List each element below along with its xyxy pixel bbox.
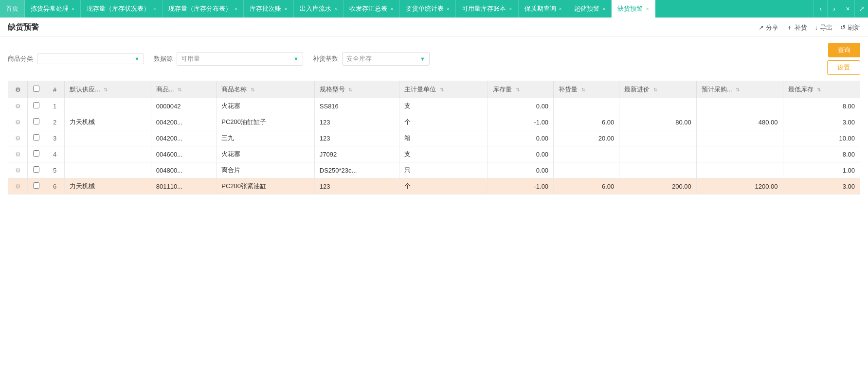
category-select[interactable]: ▼ xyxy=(37,53,144,64)
row-gear-cell[interactable]: ⚙ xyxy=(8,146,28,162)
row-checkbox[interactable] xyxy=(33,166,39,173)
row-spec: J7092 xyxy=(314,146,399,162)
col-header-stock[interactable]: 库存量 ⇅ xyxy=(488,81,553,98)
datasource-select[interactable]: 可用量 ▼ xyxy=(177,52,303,66)
page-header: 缺货预警 ↗ 分享 ＋ 补货 ↓ 导出 ↺ 刷新 xyxy=(0,18,868,37)
row-gear-cell[interactable]: ⚙ xyxy=(8,114,28,130)
row-checkbox-cell[interactable] xyxy=(28,178,45,194)
tab-inventory-status[interactable]: 现存量（库存状况表） × xyxy=(81,0,162,18)
close-tab-inventory-dist[interactable]: × xyxy=(235,6,237,12)
tab-shortage[interactable]: 缺货预警 × xyxy=(612,0,655,18)
row-est-purchase xyxy=(696,98,783,114)
row-stock: -1.00 xyxy=(488,114,553,130)
tab-prev-button[interactable]: ‹ xyxy=(814,0,827,18)
close-tab-receipt-summary[interactable]: × xyxy=(390,6,393,12)
header-actions: ↗ 分享 ＋ 补货 ↓ 导出 ↺ 刷新 xyxy=(759,23,861,32)
row-checkbox-cell[interactable] xyxy=(28,114,45,130)
tab-bar: 首页 拣货异常处理 × 现存量（库存状况表） × 现存量（库存分布表） × 库存… xyxy=(0,0,868,18)
row-supplier xyxy=(65,98,151,114)
row-stock: -1.00 xyxy=(488,178,553,194)
share-icon: ↗ xyxy=(759,24,764,31)
table-row: ⚙ 6 力天机械 801110... PC200张紧油缸 123 个 -1.00… xyxy=(8,178,860,194)
share-action[interactable]: ↗ 分享 xyxy=(759,23,778,32)
col-header-latest-price[interactable]: 最新进价 ⇅ xyxy=(619,81,696,98)
datasource-filter-group: 数据源 可用量 ▼ xyxy=(154,52,303,66)
row-checkbox-cell[interactable] xyxy=(28,98,45,114)
row-gear-cell[interactable]: ⚙ xyxy=(8,130,28,146)
tab-close-all-button[interactable]: × xyxy=(841,0,854,18)
row-unit: 只 xyxy=(399,162,488,178)
tab-receipt-summary[interactable]: 收发存汇总表 × xyxy=(344,0,399,18)
close-tab-expiry-query[interactable]: × xyxy=(559,6,562,12)
col-header-product-name[interactable]: 商品名称 ⇅ xyxy=(217,81,315,98)
close-tab-inventory-status[interactable]: × xyxy=(153,6,156,12)
row-est-purchase: 480.00 xyxy=(696,114,783,130)
close-tab-inout-flow[interactable]: × xyxy=(334,6,337,12)
close-tab-order-stats[interactable]: × xyxy=(447,6,450,12)
col-header-min-stock[interactable]: 最低库存 ⇅ xyxy=(783,81,860,98)
sort-icon-min-stock: ⇅ xyxy=(817,87,821,92)
close-tab-shortage[interactable]: × xyxy=(646,6,649,12)
replenish-action[interactable]: ＋ 补货 xyxy=(786,23,807,32)
export-action[interactable]: ↓ 导出 xyxy=(815,23,833,32)
row-checkbox[interactable] xyxy=(33,134,39,141)
row-stock: 0.00 xyxy=(488,146,553,162)
row-spec: SS816 xyxy=(314,98,399,114)
row-gear-icon: ⚙ xyxy=(15,103,21,110)
row-checkbox-cell[interactable] xyxy=(28,146,45,162)
col-header-checkbox[interactable] xyxy=(28,81,45,98)
col-header-gear[interactable]: ⚙ xyxy=(8,81,28,98)
tab-available-ledger[interactable]: 可用量库存账本 × xyxy=(456,0,518,18)
row-min-stock: 3.00 xyxy=(783,178,860,194)
tab-expiry-query[interactable]: 保质期查询 × xyxy=(519,0,568,18)
col-header-supplier[interactable]: 默认供应... ⇅ xyxy=(65,81,151,98)
close-tab-overstock[interactable]: × xyxy=(602,6,605,12)
row-unit: 个 xyxy=(399,178,488,194)
tab-next-button[interactable]: › xyxy=(827,0,841,18)
row-checkbox[interactable] xyxy=(33,118,39,124)
tab-inventory-dist[interactable]: 现存量（库存分布表） × xyxy=(163,0,244,18)
row-product-code: 004800... xyxy=(151,162,216,178)
row-checkbox[interactable] xyxy=(33,150,39,157)
row-product-name: PC200张紧油缸 xyxy=(217,178,315,194)
row-unit: 个 xyxy=(399,114,488,130)
row-spec: 123 xyxy=(314,178,399,194)
tab-expand-button[interactable]: ⤢ xyxy=(854,0,868,18)
tab-order-stats[interactable]: 要货单统计表 × xyxy=(400,0,456,18)
tab-batch-account[interactable]: 库存批次账 × xyxy=(244,0,293,18)
row-gear-cell[interactable]: ⚙ xyxy=(8,98,28,114)
close-tab-batch-account[interactable]: × xyxy=(284,6,287,12)
tab-abnormal[interactable]: 拣货异常处理 × xyxy=(25,0,81,18)
row-num: 1 xyxy=(45,98,65,114)
query-button[interactable]: 查询 xyxy=(828,43,860,57)
refresh-action[interactable]: ↺ 刷新 xyxy=(840,23,860,32)
sort-icon-latest-price: ⇅ xyxy=(653,87,657,92)
row-product-code: 004200... xyxy=(151,130,216,146)
col-header-replenish-qty[interactable]: 补货量 ⇅ xyxy=(554,81,619,98)
settings-button[interactable]: 设置 xyxy=(827,60,860,75)
row-replenish-qty xyxy=(554,162,619,178)
row-checkbox[interactable] xyxy=(33,182,39,189)
row-gear-cell[interactable]: ⚙ xyxy=(8,178,28,194)
sort-icon-product-code: ⇅ xyxy=(178,87,181,92)
select-all-checkbox[interactable] xyxy=(33,86,39,92)
filter-actions: 查询 设置 xyxy=(827,43,860,75)
tab-home[interactable]: 首页 xyxy=(0,0,25,18)
col-header-product-code[interactable]: 商品... ⇅ xyxy=(151,81,216,98)
replenish-basis-select[interactable]: 安全库存 ▼ xyxy=(342,52,430,66)
row-latest-price xyxy=(619,130,696,146)
tab-overstock[interactable]: 超储预警 × xyxy=(568,0,612,18)
row-spec: DS250*23c... xyxy=(314,162,399,178)
col-header-spec[interactable]: 规格型号 ⇅ xyxy=(314,81,399,98)
tab-inout-flow[interactable]: 出入库流水 × xyxy=(294,0,344,18)
row-checkbox-cell[interactable] xyxy=(28,162,45,178)
row-checkbox[interactable] xyxy=(33,102,39,108)
col-header-unit[interactable]: 主计量单位 ⇅ xyxy=(399,81,488,98)
shortage-table: ⚙ # 默认供应... ⇅ 商品... ⇅ 商品名称 xyxy=(8,81,860,194)
close-tab-available-ledger[interactable]: × xyxy=(509,6,512,12)
row-gear-cell[interactable]: ⚙ xyxy=(8,162,28,178)
col-header-est-purchase[interactable]: 预计采购... ⇅ xyxy=(696,81,783,98)
close-tab-abnormal[interactable]: × xyxy=(72,6,74,12)
row-checkbox-cell[interactable] xyxy=(28,130,45,146)
row-product-code: 801110... xyxy=(151,178,216,194)
